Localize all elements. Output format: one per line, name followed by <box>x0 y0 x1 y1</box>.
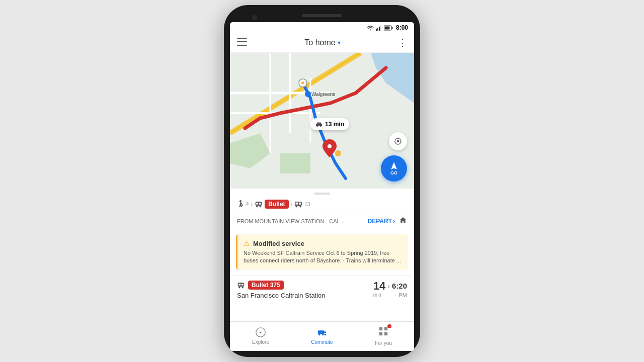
alert-icon: ⚠ <box>244 239 250 247</box>
nav-badge-foryou <box>378 326 389 339</box>
bottom-sheet: 4 › Bullet › 13 <box>230 189 414 321</box>
dropdown-arrow-icon: ▾ <box>338 39 341 46</box>
svg-rect-8 <box>237 41 247 42</box>
train-card[interactable]: Bullet 375 San Francisco Caltrain Statio… <box>230 275 414 302</box>
status-time: 8:00 <box>396 24 408 31</box>
train-station-name: San Francisco Caltrain Station <box>237 292 326 299</box>
svg-point-39 <box>256 206 258 207</box>
train-header: Bullet 375 <box>237 281 326 290</box>
menu-icon[interactable] <box>237 38 247 48</box>
train-route-icon <box>255 201 263 208</box>
foryou-icon <box>378 326 389 337</box>
train-card-icon <box>237 282 245 289</box>
go-button[interactable]: GO <box>381 155 407 182</box>
svg-point-49 <box>238 287 240 288</box>
route-bullet-pill: Bullet <box>265 200 288 209</box>
navigation-icon <box>389 161 398 170</box>
svg-rect-5 <box>391 27 392 29</box>
drive-time-text: 13 min <box>325 121 344 128</box>
sheet-handle <box>314 193 330 195</box>
svg-rect-7 <box>237 38 247 39</box>
train-pm-label: PM <box>399 292 408 298</box>
train-time-arrow: › <box>387 282 390 290</box>
train-depart-time: 6:20 <box>392 282 407 290</box>
svg-text:Walgreens: Walgreens <box>311 92 335 97</box>
svg-rect-6 <box>384 26 389 29</box>
svg-point-26 <box>328 144 332 148</box>
svg-rect-60 <box>384 327 387 330</box>
walk-icon <box>237 200 244 208</box>
svg-rect-62 <box>384 332 387 335</box>
svg-rect-59 <box>379 327 382 330</box>
status-bar: 8:00 <box>230 22 414 33</box>
svg-rect-61 <box>379 332 382 335</box>
svg-point-22 <box>301 81 304 84</box>
svg-rect-3 <box>380 26 381 31</box>
nav-item-foryou[interactable]: For you <box>368 326 398 346</box>
train-time-row: 14 › 6:20 <box>373 281 407 292</box>
nav-item-explore[interactable]: Explore <box>246 327 276 345</box>
train-card-pill: Bullet 375 <box>248 281 284 290</box>
bottom-nav: Explore Commute <box>230 321 414 351</box>
phone-speaker <box>302 14 342 17</box>
more-options-icon[interactable]: ⋮ <box>398 37 407 48</box>
title-dropdown[interactable]: To home ▾ <box>304 38 340 47</box>
svg-rect-41 <box>256 203 258 205</box>
svg-point-23 <box>305 91 311 97</box>
home-icon[interactable] <box>399 216 407 226</box>
badge-dot <box>387 324 391 328</box>
alert-box: ⚠ Modified service No Weekend SF Caltrai… <box>236 234 408 270</box>
station-info: Bullet 375 San Francisco Caltrain Statio… <box>237 281 326 299</box>
departure-row: FROM MOUNTAIN VIEW STATION - CAL... DEPA… <box>230 213 414 229</box>
depart-label: DEPART <box>368 218 392 225</box>
route-arrow2: › <box>291 201 293 207</box>
wifi-icon <box>367 25 374 31</box>
explore-icon <box>255 327 266 338</box>
svg-point-44 <box>296 206 297 207</box>
alert-title: Modified service <box>253 240 304 247</box>
svg-rect-42 <box>259 203 261 205</box>
destination-title: To home <box>304 38 335 47</box>
svg-marker-54 <box>259 330 262 333</box>
go-label: GO <box>390 170 397 175</box>
phone-screen: 8:00 To home ▾ ⋮ <box>230 22 414 351</box>
commute-icon <box>316 327 328 338</box>
train-times: 14 › 6:20 min PM <box>373 281 407 298</box>
departure-from-text: FROM MOUNTAIN VIEW STATION - CAL... <box>237 218 345 224</box>
location-icon <box>393 137 403 146</box>
svg-rect-55 <box>318 330 325 334</box>
svg-point-30 <box>320 125 321 127</box>
alert-header: ⚠ Modified service <box>244 239 402 247</box>
nav-label-explore: Explore <box>252 339 269 345</box>
map-area: Walgreens 13 min <box>230 53 414 189</box>
svg-rect-9 <box>237 45 247 46</box>
train-minutes: 14 <box>373 281 385 292</box>
status-icons <box>367 25 393 31</box>
walk-count: 4 <box>246 202 249 207</box>
svg-point-58 <box>325 334 327 336</box>
svg-point-29 <box>316 125 318 127</box>
nav-label-commute: Commute <box>311 339 333 345</box>
phone-camera <box>252 15 257 20</box>
depart-arrow: › <box>393 218 395 225</box>
battery-icon <box>384 25 393 31</box>
svg-rect-46 <box>296 203 298 205</box>
svg-point-27 <box>335 150 341 156</box>
route-arrow1: › <box>251 201 253 207</box>
nav-label-foryou: For you <box>375 340 392 346</box>
depart-link[interactable]: DEPART › <box>368 218 395 225</box>
svg-rect-13 <box>280 153 310 173</box>
train-min-label: min <box>373 292 381 298</box>
car-icon <box>315 121 323 127</box>
location-button[interactable] <box>389 132 407 150</box>
svg-point-57 <box>322 334 324 336</box>
nav-item-commute[interactable]: Commute <box>307 327 337 345</box>
svg-rect-1 <box>377 28 378 31</box>
bus-icon-route <box>294 201 302 208</box>
signal-icon <box>376 25 382 31</box>
svg-rect-51 <box>238 284 240 285</box>
phone-frame: 8:00 To home ▾ ⋮ <box>224 5 420 357</box>
svg-rect-0 <box>376 29 377 31</box>
svg-point-37 <box>239 200 242 202</box>
car-count: 13 <box>304 202 310 207</box>
